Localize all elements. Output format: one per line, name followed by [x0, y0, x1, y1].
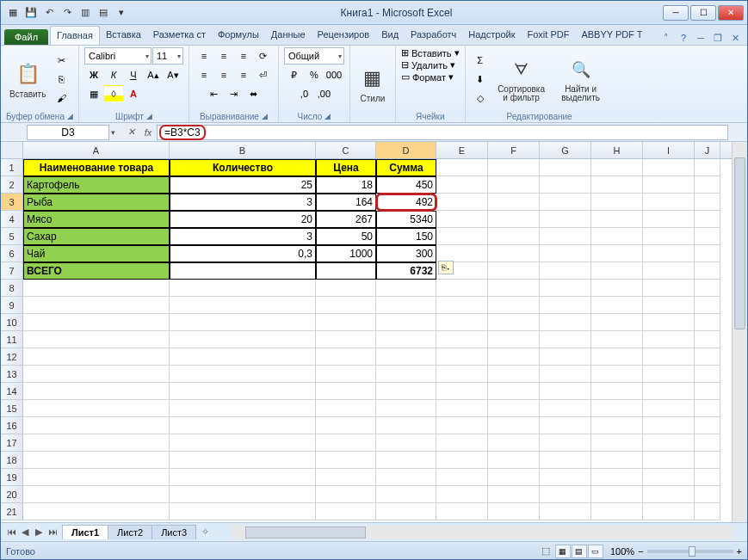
cell[interactable] — [170, 400, 316, 417]
new-sheet-icon[interactable]: ✧ — [196, 526, 214, 538]
cell[interactable] — [316, 486, 376, 503]
cell[interactable] — [170, 297, 316, 314]
decrease-indent-icon[interactable]: ⇤ — [204, 85, 223, 102]
cell[interactable] — [376, 366, 436, 383]
cell[interactable] — [436, 503, 488, 520]
cell[interactable] — [23, 280, 170, 297]
cell[interactable] — [540, 366, 591, 383]
select-all-corner[interactable] — [1, 142, 23, 159]
dialog-launcher-icon[interactable]: ◢ — [146, 112, 152, 121]
cell[interactable] — [695, 417, 720, 434]
ribbon-tab-8[interactable]: Надстройк — [462, 26, 521, 45]
excel-icon[interactable]: ▦ — [4, 4, 22, 22]
cell[interactable] — [488, 262, 540, 280]
cell[interactable] — [540, 383, 591, 400]
cell[interactable] — [170, 348, 316, 366]
cell[interactable] — [376, 383, 436, 400]
cell[interactable] — [591, 383, 643, 400]
fx-icon[interactable]: fx — [139, 127, 157, 138]
cell[interactable] — [23, 348, 170, 366]
increase-decimal-icon[interactable]: ,0 — [294, 85, 313, 102]
sheet-tab-1[interactable]: Лист2 — [108, 525, 152, 539]
italic-button[interactable]: К — [104, 66, 123, 83]
decrease-font-icon[interactable]: A▾ — [164, 66, 182, 83]
dialog-launcher-icon[interactable]: ◢ — [67, 112, 73, 121]
cell[interactable] — [376, 331, 436, 348]
cell[interactable] — [540, 452, 591, 469]
cell[interactable] — [695, 331, 720, 348]
cell-grid[interactable]: Наименование товараКоличествоЦенаСуммаКа… — [23, 159, 720, 520]
cell[interactable] — [170, 366, 316, 383]
row-header-14[interactable]: 14 — [1, 383, 23, 400]
ribbon-tab-6[interactable]: Вид — [375, 26, 405, 45]
cell[interactable] — [316, 262, 376, 280]
minimize-ribbon-icon[interactable]: ˄ — [659, 31, 673, 45]
cell[interactable] — [643, 297, 695, 314]
cell[interactable] — [591, 176, 643, 194]
qat-btn[interactable]: ▥ — [77, 4, 94, 22]
cell[interactable] — [591, 314, 643, 331]
sum-cell[interactable]: 492 — [376, 194, 436, 211]
cell[interactable] — [488, 211, 540, 228]
name-cell[interactable]: Рыба — [23, 194, 170, 211]
cell[interactable] — [695, 280, 720, 297]
macro-record-icon[interactable]: ⬚ — [541, 545, 550, 557]
cell[interactable] — [643, 400, 695, 417]
cell[interactable] — [540, 314, 591, 331]
cell[interactable] — [643, 262, 695, 280]
cell[interactable] — [436, 348, 488, 366]
fill-color-icon[interactable]: ◊ — [104, 85, 123, 102]
row-header-12[interactable]: 12 — [1, 348, 23, 366]
ribbon-tab-5[interactable]: Рецензиров — [312, 26, 376, 45]
autofill-options-icon[interactable]: ⎘▾ — [438, 261, 454, 274]
cell[interactable] — [643, 503, 695, 520]
maximize-button[interactable]: ☐ — [690, 5, 716, 21]
qat-more-icon[interactable]: ▾ — [113, 4, 130, 22]
border-icon[interactable]: ▦ — [84, 85, 103, 102]
cell[interactable] — [23, 452, 170, 469]
cell[interactable] — [643, 434, 695, 452]
cell[interactable] — [540, 469, 591, 486]
cell[interactable] — [488, 245, 540, 262]
price-cell[interactable]: 1000 — [316, 245, 376, 262]
row-header-9[interactable]: 9 — [1, 297, 23, 314]
cell[interactable] — [170, 503, 316, 520]
cell[interactable] — [695, 503, 720, 520]
cell[interactable] — [436, 417, 488, 434]
cut-icon[interactable]: ✂ — [52, 52, 71, 69]
cell[interactable] — [540, 280, 591, 297]
cell[interactable] — [540, 176, 591, 194]
col-header-B[interactable]: B — [170, 142, 316, 158]
cell[interactable] — [316, 400, 376, 417]
cell[interactable] — [170, 383, 316, 400]
dialog-launcher-icon[interactable]: ◢ — [325, 112, 331, 121]
cell[interactable] — [540, 228, 591, 245]
cell[interactable] — [488, 176, 540, 194]
row-header-18[interactable]: 18 — [1, 452, 23, 469]
sum-cell[interactable]: 150 — [376, 228, 436, 245]
align-center-icon[interactable]: ≡ — [214, 66, 233, 83]
cell[interactable] — [23, 314, 170, 331]
cell[interactable] — [540, 211, 591, 228]
cell[interactable] — [436, 159, 488, 176]
col-header-E[interactable]: E — [436, 142, 488, 158]
cell[interactable] — [643, 245, 695, 262]
cell[interactable] — [436, 469, 488, 486]
cell[interactable] — [591, 348, 643, 366]
cell[interactable] — [436, 228, 488, 245]
cancel-formula-icon[interactable]: ✕ — [122, 126, 139, 138]
cell[interactable] — [643, 331, 695, 348]
cell[interactable] — [540, 486, 591, 503]
cell[interactable] — [591, 331, 643, 348]
first-sheet-icon[interactable]: ⏮ — [4, 526, 18, 538]
underline-button[interactable]: Ч — [124, 66, 143, 83]
row-header-13[interactable]: 13 — [1, 366, 23, 383]
delete-cells-button[interactable]: ⊟Удалить ▾ — [401, 59, 455, 71]
header-cell[interactable]: Количество — [170, 159, 316, 176]
cell[interactable] — [170, 314, 316, 331]
cell[interactable] — [695, 348, 720, 366]
cell[interactable] — [488, 194, 540, 211]
cell[interactable] — [591, 262, 643, 280]
cell[interactable] — [170, 262, 316, 280]
copy-icon[interactable]: ⎘ — [52, 71, 71, 88]
